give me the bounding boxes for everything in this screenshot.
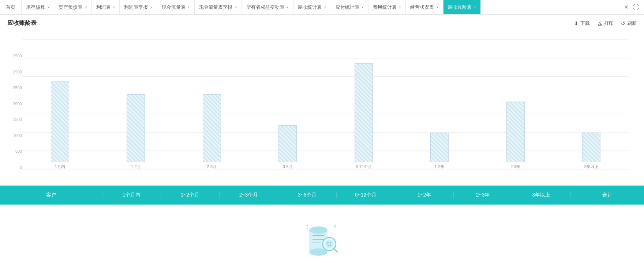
- close-tab-ar-aging[interactable]: ×: [474, 5, 476, 9]
- close-tab-balance-sheet[interactable]: ×: [85, 5, 87, 9]
- th-3y-plus: 3年以上: [512, 192, 571, 198]
- main-content: 0 500 1000 1500 2000 2500 2500 2500: [0, 32, 644, 263]
- close-tab-profit[interactable]: ×: [113, 5, 115, 9]
- empty-illustration: ✦ ✦: [302, 219, 342, 259]
- bar-3-6m: [278, 125, 297, 162]
- close-tab-expense-stats[interactable]: ×: [399, 5, 401, 9]
- bar-label-1-2m: 1-2月: [131, 164, 141, 169]
- tab-expense-stats[interactable]: 费用统计表 ×: [368, 0, 406, 15]
- svg-point-8: [325, 240, 333, 248]
- page-header: 应收账龄表 ⬇ 下载 🖨 打印 ↺ 刷新: [0, 15, 644, 32]
- tab-profit-quarterly[interactable]: 利润表季报 ×: [120, 0, 157, 15]
- th-1-2m: 1~2个月: [161, 192, 220, 198]
- tab-payable-stats[interactable]: 应付统计表 ×: [331, 0, 368, 15]
- page-actions: ⬇ 下载 🖨 打印 ↺ 刷新: [574, 20, 637, 27]
- window-controls: ✕ ⛶: [619, 2, 644, 12]
- close-tab-cashflow-quarterly[interactable]: ×: [235, 5, 237, 9]
- print-button[interactable]: 🖨 打印: [597, 20, 614, 27]
- close-tab-operation-status[interactable]: ×: [436, 5, 438, 9]
- bar-3y-plus: [582, 133, 600, 162]
- y-label-1500: 1500: [13, 118, 22, 122]
- th-3-6m: 3~6个月: [278, 192, 337, 198]
- bar-group-3y-plus: 3年以上: [582, 133, 600, 169]
- th-customer: 客户: [0, 192, 102, 198]
- bar-group-2-3m: 2-3月: [203, 94, 221, 169]
- chart-inner: 1月内 1-2月 2-3月 3-6月: [22, 39, 629, 178]
- bar-2-3y: [506, 102, 525, 162]
- svg-point-10: [327, 242, 329, 244]
- bar-group-2-3y: 2-3年: [506, 102, 525, 169]
- tab-balance-sheet[interactable]: 资产负债表 ×: [54, 0, 91, 15]
- bars-area: 1月内 1-2月 2-3月 3-6月: [22, 39, 629, 169]
- svg-point-12: [307, 228, 308, 229]
- bar-label-2-3m: 2-3月: [207, 164, 217, 169]
- maximize-window-button[interactable]: ⛶: [632, 3, 640, 12]
- tab-home[interactable]: 首页: [0, 0, 22, 15]
- svg-point-2: [309, 226, 327, 234]
- chart-container: 0 500 1000 1500 2000 2500 2500 2500: [7, 39, 629, 178]
- y-axis: 0 500 1000 1500 2000 2500 2500 2500: [7, 54, 22, 178]
- tab-receivable-stats[interactable]: 应收统计表 ×: [293, 0, 331, 15]
- close-tab-receivable-stats[interactable]: ×: [324, 5, 326, 9]
- y-label-2500c: 2500: [13, 54, 22, 58]
- svg-point-11: [330, 242, 331, 244]
- svg-line-9: [334, 248, 337, 252]
- y-label-500: 500: [15, 149, 22, 153]
- refresh-icon: ↺: [621, 20, 625, 26]
- close-tab-payable-stats[interactable]: ×: [362, 5, 364, 9]
- close-tab-cashflow[interactable]: ×: [188, 5, 190, 9]
- tab-bar: 首页 库存核算 × 资产负债表 × 利润表 × 利润表季报 × 现金流量表 × …: [0, 0, 644, 15]
- svg-text:✦: ✦: [334, 224, 336, 226]
- close-tab-inventory[interactable]: ×: [47, 5, 49, 9]
- th-2-3m: 2~3个月: [220, 192, 278, 198]
- bar-label-3y-plus: 3年以上: [584, 164, 599, 169]
- bar-label-1-2y: 1-2年: [435, 164, 445, 169]
- download-icon: ⬇: [574, 20, 579, 26]
- bar-1-2y: [430, 133, 449, 162]
- bar-1-2m: [127, 94, 145, 162]
- bar-group-1m: 1月内: [51, 81, 69, 169]
- y-label-2500b: 2500: [13, 70, 22, 74]
- bar-2-3m: [203, 94, 221, 162]
- bar-label-6-12m: 6-12个月: [356, 164, 372, 169]
- bar-group-1-2y: 1-2年: [430, 133, 449, 169]
- table-header: 客户 1个月内 1~2个月 2~3个月 3~6个月 6~12个月 1~2年 2~…: [0, 186, 644, 205]
- bar-group-3-6m: 3-6月: [278, 125, 297, 169]
- bar-label-3-6m: 3-6月: [283, 164, 293, 169]
- y-label-2500a: 2500: [13, 86, 22, 90]
- svg-point-3: [309, 248, 327, 256]
- tab-cashflow-quarterly[interactable]: 现金流量表季报 ×: [195, 0, 242, 15]
- bar-label-2-3y: 2-3年: [510, 164, 520, 169]
- svg-text:✦: ✦: [306, 224, 309, 227]
- bar-group-6-12m: 6-12个月: [355, 63, 373, 169]
- th-total: 合计: [571, 192, 644, 198]
- th-1-2y: 1~2年: [395, 192, 454, 198]
- bar-label-1m: 1月内: [55, 164, 65, 169]
- chart-area: 0 500 1000 1500 2000 2500 2500 2500: [0, 32, 644, 186]
- close-tab-equity-change[interactable]: ×: [287, 5, 289, 9]
- tab-cashflow[interactable]: 现金流量表 ×: [157, 0, 195, 15]
- y-label-2000: 2000: [13, 102, 22, 106]
- y-label-1000: 1000: [13, 134, 22, 138]
- close-window-button[interactable]: ✕: [622, 2, 630, 12]
- bar-group-1-2m: 1-2月: [127, 94, 145, 169]
- empty-state: ✦ ✦: [0, 205, 644, 263]
- bar-6-12m: [355, 63, 373, 162]
- tab-equity-change[interactable]: 所有者权益变动表 ×: [242, 0, 293, 15]
- th-1m: 1个月内: [102, 192, 161, 198]
- download-button[interactable]: ⬇ 下载: [574, 20, 590, 27]
- tab-operation-status[interactable]: 经营状况表 ×: [406, 0, 443, 15]
- th-2-3y: 2~3年: [454, 192, 512, 198]
- tab-ar-aging[interactable]: 应收账龄表 ×: [443, 0, 481, 15]
- bar-1m: [51, 81, 69, 162]
- refresh-button[interactable]: ↺ 刷新: [621, 20, 637, 27]
- page-title: 应收账龄表: [7, 19, 37, 27]
- print-icon: 🖨: [597, 20, 602, 26]
- tab-inventory[interactable]: 库存核算 ×: [22, 0, 54, 15]
- tab-profit[interactable]: 利润表 ×: [92, 0, 120, 15]
- close-tab-profit-quarterly[interactable]: ×: [150, 5, 152, 9]
- th-6-12m: 6~12个月: [337, 192, 395, 198]
